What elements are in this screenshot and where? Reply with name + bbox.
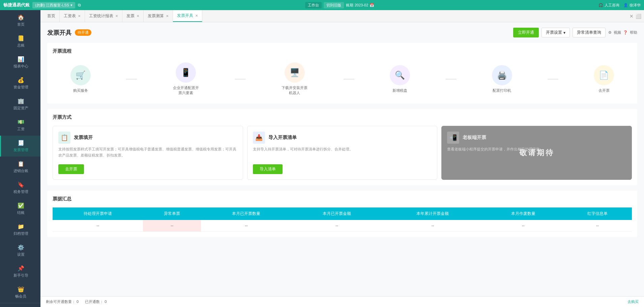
help-settings-icon[interactable]: ⚙ — [608, 30, 612, 35]
page-title: 发票开具 — [47, 29, 71, 37]
sidebar-item-settings[interactable]: ⚙️ 设置 — [0, 240, 40, 261]
period-label: 账期 — [346, 3, 353, 8]
tab-salary-table[interactable]: 工资表 ✕ — [60, 10, 85, 22]
tab-close-all-icon[interactable]: ✕ — [630, 13, 634, 19]
content-area: 首页 工资表 ✕ 工资统计报表 ✕ 发票 ✕ 发票测算 ✕ — [40, 10, 644, 307]
help-video-label[interactable]: 视频 — [614, 30, 621, 35]
copy-icon[interactable]: ⧉ — [78, 3, 81, 7]
disabled-overlay: 敬请期待 — [442, 126, 632, 179]
import-list-button[interactable]: 导入清单 — [253, 164, 283, 174]
sidebar-item-salary[interactable]: 💵 工资 — [0, 115, 40, 136]
sidebar-item-guide[interactable]: 📌 新手引导 — [0, 261, 40, 282]
home-icon: 🏠 — [18, 14, 24, 21]
sidebar-item-assets[interactable]: 🏢 固定资产 — [0, 94, 40, 115]
cell-month-qty: -- — [201, 220, 291, 232]
service-button[interactable]: 🎧 人工咨询 — [598, 3, 619, 8]
sidebar-item-home[interactable]: 🏠 首页 — [0, 10, 40, 31]
tab-invoice-tool[interactable]: 发票开具 ✕ — [173, 10, 202, 22]
sidebar-label-invoice: 发票管理 — [13, 147, 28, 152]
sidebar-unpin-button[interactable]: ↑取消固定 — [0, 303, 40, 307]
import-method-icon: 📥 — [253, 132, 265, 144]
salary-icon: 💵 — [18, 119, 24, 125]
switch-old-button[interactable]: 切到旧版 — [324, 2, 344, 8]
col-red-note: 红字信息单 — [563, 207, 632, 220]
tab-bar: 首页 工资表 ✕ 工资统计报表 ✕ 发票 ✕ 发票测算 ✕ — [40, 10, 644, 22]
go-issue-button[interactable]: 去开票 — [58, 164, 84, 174]
import-method-title: 导入开票清单 — [268, 135, 297, 141]
sidebar-label-purchase: 进销台账 — [13, 168, 28, 173]
sidebar-item-purchase[interactable]: 📋 进销台账 — [0, 157, 40, 177]
flow-step-issue[interactable]: 📄 去开票 — [594, 65, 614, 93]
settings-icon: ⚙️ — [18, 244, 24, 251]
period-display: 账期 2023-02 📅 — [346, 3, 374, 8]
add-tax-icon: 🔍 — [390, 65, 410, 85]
immediate-open-button[interactable]: 立即开通 — [513, 28, 539, 37]
download-icon: 🖥️ — [285, 62, 305, 83]
workspace-button[interactable]: 工作台 — [305, 2, 322, 8]
tab-invoice-tool-close[interactable]: ✕ — [195, 14, 198, 18]
tab-salary-table-close[interactable]: ✕ — [78, 14, 81, 18]
tab-invoice-close[interactable]: ✕ — [137, 14, 139, 18]
open-settings-button[interactable]: 开票设置 ▾ — [541, 28, 570, 37]
abnormal-query-button[interactable]: 异常清单查询 — [573, 28, 606, 37]
configure-icon: 📱 — [176, 62, 196, 83]
sidebar-item-member[interactable]: 👑 畅会员 — [0, 282, 40, 303]
flow-step-printer[interactable]: 🖨️ 配置打印机 — [492, 65, 512, 93]
sidebar-item-reports[interactable]: 📊 报表中心 — [0, 52, 40, 73]
configure-label: 企业开通配置开票六要素 — [172, 85, 199, 95]
sidebar-item-settlement[interactable]: ✅ 结账 — [0, 198, 40, 219]
sidebar-item-tax[interactable]: 🔖 税务管理 — [0, 177, 40, 198]
sidebar-label-assets: 固定资产 — [13, 106, 28, 111]
tab-invoice-calc-close[interactable]: ✕ — [166, 14, 169, 18]
bottom-bar: 剩余可开通数量： 0 已开通数： 0 去购买 — [40, 296, 644, 307]
flow-step-buy[interactable]: 🛒 购买服务 — [70, 65, 91, 93]
status-badge: 待开通 — [75, 29, 91, 36]
col-month-qty: 本月已开票数量 — [201, 207, 291, 220]
invoice-methods: 📋 发票填开 支持按照发票样式手工填写开发票；可开具增值税电子普通发票、增值税普… — [53, 126, 632, 180]
period-edit-icon[interactable]: 📅 — [370, 3, 374, 7]
tab-home-label: 首页 — [47, 13, 55, 19]
col-abnormal: 异常单票 — [143, 207, 201, 220]
col-void-qty: 本月作废数量 — [484, 207, 563, 220]
archive-icon: 📁 — [18, 223, 24, 230]
tab-invoice[interactable]: 发票 ✕ — [122, 10, 144, 22]
company-selector[interactable]: (勿删) 江西服室-LSS ▾ — [32, 2, 75, 8]
guide-icon: 📌 — [18, 265, 24, 272]
buy-service-icon: 🛒 — [70, 65, 91, 85]
sidebar-label-funds: 资金管理 — [13, 85, 28, 90]
sidebar-item-ledger[interactable]: 📒 总账 — [0, 31, 40, 52]
sidebar-item-invoice[interactable]: 🧾 发票管理 — [0, 136, 40, 157]
period-value: 2023-02 — [355, 3, 368, 7]
buy-link[interactable]: 去购买 — [627, 299, 639, 304]
sidebar-item-archive[interactable]: 📁 归档管理 — [0, 219, 40, 240]
tab-salary-stats-close[interactable]: ✕ — [115, 14, 118, 18]
flow-arrow-5: —— — [548, 76, 558, 82]
help-icon[interactable]: ❓ — [623, 30, 628, 35]
method-import-header: 📥 导入开票清单 — [253, 132, 432, 144]
flow-step-download[interactable]: 🖥️ 下载并安装开票机器人 — [281, 62, 308, 95]
col-month-amount: 本月已开票金额 — [292, 207, 382, 220]
flow-step-configure[interactable]: 📱 企业开通配置开票六要素 — [172, 62, 199, 95]
method-section-title: 开票方式 — [53, 114, 632, 120]
config-printer-icon: 🖨️ — [492, 65, 512, 85]
tab-salary-stats[interactable]: 工资统计报表 ✕ — [85, 10, 122, 22]
tab-invoice-tool-label: 发票开具 — [177, 13, 193, 19]
headset-icon: 🎧 — [598, 3, 603, 7]
flow-arrow-1: —— — [126, 76, 137, 82]
sidebar-item-funds[interactable]: 💰 资金管理 — [0, 73, 40, 94]
assets-icon: 🏢 — [18, 98, 24, 104]
summary-section: 票据汇总 待处理开票申请 异常单票 本月已开票数量 本月已开票金额 本年累计开票… — [47, 191, 637, 237]
flow-arrow-3: —— — [344, 76, 354, 82]
settlement-icon: ✅ — [18, 202, 24, 209]
member-icon: 👑 — [18, 286, 24, 292]
tab-home[interactable]: 首页 — [43, 10, 60, 22]
user-menu[interactable]: 👤 徐泽华 — [623, 3, 641, 8]
method-import-card: 📥 导入开票清单 支持导入待开票清单，可对待开票清单进行拆分、合并处理。 导入清… — [247, 126, 438, 180]
tab-restore-icon[interactable]: ⬜ — [636, 13, 641, 19]
flow-step-tax[interactable]: 🔍 新增税盘 — [390, 65, 410, 93]
cell-void-qty: -- — [484, 220, 563, 232]
invoice-icon: 🧾 — [18, 140, 24, 146]
tab-invoice-calc[interactable]: 发票测算 ✕ — [144, 10, 173, 22]
summary-table-data-row: -- -- -- -- -- -- -- — [53, 220, 632, 232]
summary-table: 待处理开票申请 异常单票 本月已开票数量 本月已开票金额 本年累计开票金额 本月… — [53, 207, 632, 232]
